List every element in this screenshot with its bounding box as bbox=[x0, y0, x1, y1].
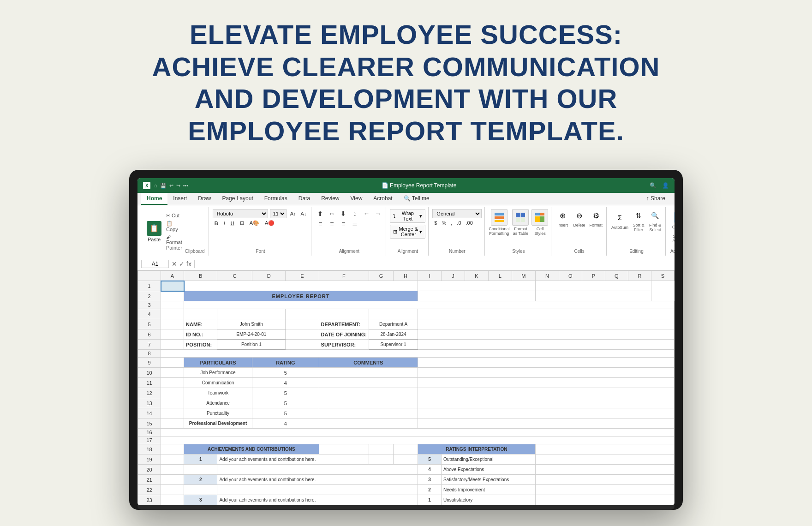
cell-N18[interactable] bbox=[535, 444, 674, 454]
profile-icon[interactable]: 👤 bbox=[662, 182, 669, 189]
tab-acrobat[interactable]: Acrobat bbox=[368, 193, 398, 205]
comments-6[interactable] bbox=[319, 418, 418, 429]
cell-N20[interactable] bbox=[535, 465, 674, 475]
increase-decimal-button[interactable]: .0 bbox=[455, 219, 463, 227]
col-header-D[interactable]: D bbox=[252, 271, 286, 281]
currency-button[interactable]: $ bbox=[432, 219, 439, 227]
cell-G19[interactable] bbox=[369, 454, 394, 465]
cell-I15[interactable] bbox=[418, 418, 674, 429]
cell-I1[interactable] bbox=[418, 281, 535, 291]
formula-input[interactable] bbox=[197, 260, 671, 268]
cell-E7[interactable] bbox=[286, 340, 319, 350]
col-header-N[interactable]: N bbox=[535, 271, 559, 281]
cell-A11[interactable] bbox=[161, 378, 184, 388]
paste-button[interactable]: 📋 Paste bbox=[145, 220, 163, 243]
cell-C4[interactable] bbox=[217, 309, 286, 319]
cell-A20[interactable] bbox=[161, 465, 184, 475]
col-header-A[interactable]: A bbox=[161, 271, 184, 281]
comments-3[interactable] bbox=[319, 388, 418, 398]
col-header-E[interactable]: E bbox=[286, 271, 319, 281]
cell-N21[interactable] bbox=[535, 475, 674, 485]
align-justify-button[interactable]: ≣ bbox=[350, 219, 360, 228]
cell-N23[interactable] bbox=[535, 495, 674, 505]
align-bottom-button[interactable]: ⬇ bbox=[338, 209, 348, 218]
cell-N19[interactable] bbox=[535, 454, 674, 465]
copy-button[interactable]: 📋 Copy bbox=[165, 220, 183, 233]
format-as-table-button[interactable]: Formatas Table bbox=[512, 209, 529, 236]
cell-N2[interactable] bbox=[535, 291, 651, 301]
cell-F22[interactable] bbox=[319, 485, 418, 495]
number-format-select[interactable]: General bbox=[432, 209, 482, 218]
search-icon[interactable]: 🔍 bbox=[650, 182, 657, 189]
delete-button[interactable]: ⊖ Delete bbox=[573, 209, 585, 227]
cell-A12[interactable] bbox=[161, 388, 184, 398]
share-button[interactable]: ↑ Share bbox=[641, 193, 671, 205]
cell-C22[interactable] bbox=[217, 485, 319, 495]
conditional-formatting-button[interactable]: ConditionalFormatting bbox=[489, 209, 509, 236]
tab-home[interactable]: Home bbox=[141, 193, 167, 205]
save-icon[interactable]: 💾 bbox=[160, 183, 167, 189]
cell-E5[interactable] bbox=[286, 319, 319, 329]
cell-I4[interactable] bbox=[418, 309, 674, 319]
cell-F23[interactable] bbox=[319, 495, 418, 505]
cell-A1[interactable] bbox=[161, 281, 184, 291]
col-header-R[interactable]: R bbox=[628, 271, 651, 281]
col-header-J[interactable]: J bbox=[441, 271, 465, 281]
confirm-formula-icon[interactable]: ✓ bbox=[179, 260, 185, 268]
cell-A14[interactable] bbox=[161, 408, 184, 418]
font-size-select[interactable]: 11 bbox=[270, 209, 287, 218]
cancel-formula-icon[interactable]: ✕ bbox=[172, 260, 177, 268]
adobe-button[interactable]: 📄 Create and ShareAdobe PDF bbox=[670, 211, 675, 248]
font-name-select[interactable]: Roboto bbox=[213, 209, 268, 218]
underline-button[interactable]: U bbox=[229, 220, 236, 227]
cell-B3[interactable] bbox=[184, 301, 675, 309]
cell-reference-input[interactable] bbox=[141, 260, 169, 268]
cell-I7[interactable] bbox=[418, 340, 674, 350]
tab-review[interactable]: Review bbox=[316, 193, 345, 205]
cell-F20[interactable] bbox=[319, 465, 418, 475]
cell-A18[interactable] bbox=[161, 444, 184, 454]
cell-A7[interactable] bbox=[161, 340, 184, 350]
col-header-B[interactable]: B bbox=[184, 271, 217, 281]
redo-icon[interactable]: ↪ bbox=[176, 183, 180, 189]
col-header-P[interactable]: P bbox=[582, 271, 605, 281]
col-header-S[interactable]: S bbox=[651, 271, 674, 281]
cell-styles-button[interactable]: Cell Styles bbox=[531, 209, 548, 236]
tab-data[interactable]: Data bbox=[293, 193, 316, 205]
cell-I13[interactable] bbox=[418, 398, 674, 408]
increase-font-button[interactable]: A↑ bbox=[288, 210, 298, 217]
tab-tell-me[interactable]: 🔍 Tell me bbox=[398, 193, 435, 205]
align-middle-button[interactable]: ↔ bbox=[327, 209, 337, 218]
cell-B4[interactable] bbox=[184, 309, 217, 319]
cut-button[interactable]: ✂ Cut bbox=[165, 212, 183, 219]
decrease-decimal-button[interactable]: .00 bbox=[464, 219, 475, 227]
col-header-L[interactable]: L bbox=[488, 271, 512, 281]
cell-E4[interactable] bbox=[286, 309, 369, 319]
cell-I5[interactable] bbox=[418, 319, 674, 329]
insert-button[interactable]: ⊕ Insert bbox=[556, 209, 569, 227]
cell-A16[interactable] bbox=[161, 429, 675, 436]
col-header-C[interactable]: C bbox=[217, 271, 252, 281]
border-button[interactable]: ⊞ bbox=[238, 219, 246, 227]
decrease-font-button[interactable]: A↓ bbox=[299, 210, 309, 217]
tab-view[interactable]: View bbox=[345, 193, 368, 205]
employee-report-title[interactable]: EMPLOYEE REPORT bbox=[184, 291, 418, 301]
col-header-H[interactable]: H bbox=[394, 271, 418, 281]
cell-A10[interactable] bbox=[161, 368, 184, 378]
ach-text-1[interactable]: Add your achievements and contributions … bbox=[217, 454, 319, 465]
position-value[interactable]: Position 1 bbox=[217, 340, 286, 350]
cell-B22[interactable] bbox=[184, 485, 217, 495]
comments-4[interactable] bbox=[319, 398, 418, 408]
italic-button[interactable]: I bbox=[222, 220, 227, 227]
home-icon[interactable]: ⌂ bbox=[154, 183, 157, 188]
col-header-I[interactable]: I bbox=[418, 271, 441, 281]
cell-G4[interactable] bbox=[369, 309, 418, 319]
cell-C20[interactable] bbox=[217, 465, 319, 475]
supervisor-value[interactable]: Supervisor 1 bbox=[369, 340, 418, 350]
format-painter-button[interactable]: 🖌 Format Painter bbox=[165, 233, 183, 251]
id-value[interactable]: EMP-24-20-01 bbox=[217, 329, 286, 340]
col-header-K[interactable]: K bbox=[465, 271, 488, 281]
font-color-button[interactable]: A🔴 bbox=[263, 219, 276, 227]
wrap-text-button[interactable]: ⤵ Wrap Text ▾ bbox=[390, 209, 425, 223]
tab-page-layout[interactable]: Page Layout bbox=[216, 193, 258, 205]
